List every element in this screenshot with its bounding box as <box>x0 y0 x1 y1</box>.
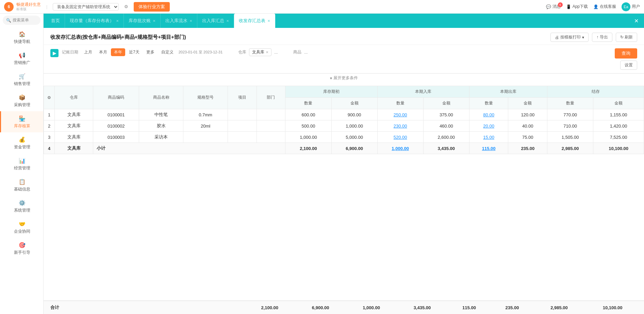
row-close-amt: 7,525.00 <box>593 132 644 143</box>
th-goods-code: 商品编码 <box>93 86 139 109</box>
message-btn[interactable]: 💬 消息 6 <box>546 4 561 10</box>
tab-inout-summary[interactable]: 出入库汇总 ✕ <box>197 14 234 28</box>
row-in-amt: 460.00 <box>423 120 469 132</box>
row-out-qty[interactable]: 15.00 <box>469 132 508 143</box>
date-range-text: 2023-01-01 至 2023-12-31 <box>179 50 223 55</box>
table-row: 1 文具库 0100001 中性笔 0.7mm 600.00 900.00 25… <box>44 109 644 120</box>
subtotal-close-qty: 2,985.00 <box>547 143 593 154</box>
settings-gear-icon[interactable]: ⚙ <box>121 2 131 12</box>
export-btn[interactable]: ↑ 导出 <box>592 33 612 42</box>
topbar-left: 6 畅捷通好生意 标准版 | 装备及固定资产辅助管理系统 ⚙ 体验行业方案 <box>4 2 170 12</box>
goods-more-btn[interactable]: ... <box>304 50 308 55</box>
tab-recv-send[interactable]: 收发存汇总表 ✕ <box>234 14 275 28</box>
subtotal-row: 4 文具库 小计 2,100.00 6,900.00 1,000.00 3,43… <box>44 143 644 154</box>
refresh-btn[interactable]: ↻ 刷新 <box>616 33 637 42</box>
print-icon: 🖨 <box>555 35 559 40</box>
sidebar-item-quick-nav[interactable]: 🏠 快捷导航 <box>0 27 43 48</box>
subtotal-warehouse: 文具库 <box>55 143 93 154</box>
total-label: 合计 <box>47 302 122 313</box>
subtotal-in-qty[interactable]: 1,000.00 <box>377 143 423 154</box>
sidebar: 🔍 搜索菜单 🏠 快捷导航 📢 营销推广 🛒 销售管理 📦 采购管理 🏪 库存核… <box>0 14 44 314</box>
date-btn-cur-month[interactable]: 本月 <box>96 48 110 56</box>
row-open-qty: 500.00 <box>285 120 331 132</box>
enterprise-icon: 🤝 <box>19 221 26 227</box>
online-service-btn[interactable]: 👤 在线客服 <box>593 4 616 10</box>
sidebar-item-finance[interactable]: 💰 资金管理 <box>0 132 43 153</box>
set-btn[interactable]: 设置 <box>620 61 637 70</box>
sidebar-item-label: 企业协同 <box>14 229 30 234</box>
user-btn[interactable]: Ea 用户 <box>622 2 640 11</box>
th-settings[interactable]: ⚙ <box>44 86 55 109</box>
tab-inventory-dist[interactable]: 现存量（库存分布表） ✕ <box>65 14 124 28</box>
sidebar-item-sales[interactable]: 🛒 销售管理 <box>0 69 43 90</box>
sidebar-item-purchase[interactable]: 📦 采购管理 <box>0 90 43 111</box>
download-icon: 📱 <box>566 4 571 9</box>
data-table: ⚙ 仓库 商品编码 商品名称 规格型号 项目 部门 库存期初 本期入库 本期出库… <box>44 86 644 154</box>
app-version: 标准版 <box>16 7 41 11</box>
operation-icon: 📊 <box>19 158 26 164</box>
sidebar-item-system[interactable]: ⚙️ 系统管理 <box>0 196 43 217</box>
total-close-amt: 10,100.00 <box>584 302 641 313</box>
sidebar-item-label: 营销推广 <box>14 60 30 66</box>
filter-toggle-btn[interactable]: ▶ <box>50 49 59 57</box>
date-btn-more[interactable]: 更多 <box>143 48 158 56</box>
date-btn-prev-month[interactable]: 上月 <box>81 48 95 56</box>
subtotal-out-qty[interactable]: 115.00 <box>469 143 508 154</box>
tab-inout-summary-close[interactable]: ✕ <box>226 19 229 23</box>
tab-inventory-dist-label: 现存量（库存分布表） <box>70 18 114 24</box>
th-out-qty: 数量 <box>469 98 508 109</box>
warehouse-more-btn[interactable]: ... <box>274 50 278 55</box>
warehouse-tag[interactable]: 文具库 ✕ <box>249 48 271 56</box>
tab-inout-flow-close[interactable]: ✕ <box>189 19 192 23</box>
table-row: 2 文具库 0100002 胶水 20ml 500.00 1,000.00 23… <box>44 120 644 132</box>
tab-inout-summary-label: 出入库汇总 <box>202 18 224 24</box>
tab-inout-flow[interactable]: 出入库流水 ✕ <box>161 14 197 28</box>
sidebar-item-label: 销售管理 <box>14 81 30 87</box>
tab-home[interactable]: 首页 <box>46 14 65 28</box>
th-goods-spec: 规格型号 <box>183 86 228 109</box>
row-out-qty[interactable]: 20.00 <box>469 120 508 132</box>
date-btn-cur-year[interactable]: 本年 <box>111 48 125 56</box>
sidebar-item-marketing[interactable]: 📢 营销推广 <box>0 48 43 69</box>
row-out-amt: 75.00 <box>508 132 547 143</box>
search-menu-btn[interactable]: 🔍 搜索菜单 <box>3 16 40 25</box>
trial-btn[interactable]: 体验行业方案 <box>134 2 170 12</box>
refresh-label: 刷新 <box>625 35 633 39</box>
row-in-qty[interactable]: 250.00 <box>377 109 423 120</box>
system-title-select[interactable]: 装备及固定资产辅助管理系统 <box>53 3 119 11</box>
search-menu-label: 搜索菜单 <box>13 17 29 23</box>
tab-batch-ledger-close[interactable]: ✕ <box>153 19 155 23</box>
sidebar-item-enterprise[interactable]: 🤝 企业协同 <box>0 217 43 238</box>
tab-batch-ledger[interactable]: 库存批次账 ✕ <box>124 14 161 28</box>
finance-icon: 💰 <box>19 136 26 143</box>
total-open-amt: 6,900.00 <box>295 302 346 313</box>
subtotal-no: 4 <box>44 143 55 154</box>
row-in-qty[interactable]: 230.00 <box>377 120 423 132</box>
app-download-btn[interactable]: 📱 App下载 <box>566 4 588 10</box>
date-btn-7days[interactable]: 近7天 <box>126 48 143 56</box>
tab-inventory-dist-close[interactable]: ✕ <box>116 19 119 23</box>
print-template-btn[interactable]: 🖨 按模板打印 ▾ <box>550 33 589 42</box>
inventory-icon: 🏪 <box>19 115 26 122</box>
date-btn-custom[interactable]: 自定义 <box>158 48 177 56</box>
row-open-amt: 900.00 <box>331 109 377 120</box>
total-open-qty: 2,100.00 <box>244 302 295 313</box>
sidebar-item-operation[interactable]: 📊 经营管理 <box>0 153 43 175</box>
export-label: 导出 <box>600 35 608 39</box>
tab-recv-send-close[interactable]: ✕ <box>267 19 270 23</box>
window-close-btn[interactable]: ✕ <box>631 18 641 24</box>
expand-more-bar[interactable]: ▾ 展开更多条件 <box>44 73 644 82</box>
sidebar-item-label: 采购管理 <box>14 102 30 108</box>
table-area: ⚙ 仓库 商品编码 商品名称 规格型号 项目 部门 库存期初 本期入库 本期出库… <box>44 82 644 300</box>
sidebar-item-newbie[interactable]: 🎯 新手引导 <box>0 238 43 259</box>
row-out-qty[interactable]: 80.00 <box>469 109 508 120</box>
sidebar-item-inventory[interactable]: 🏪 库存核算 <box>0 111 43 132</box>
warehouse-tag-close[interactable]: ✕ <box>266 50 268 54</box>
row-in-qty[interactable]: 520.00 <box>377 132 423 143</box>
query-btn[interactable]: 查询 <box>615 48 637 59</box>
tab-home-label: 首页 <box>51 18 60 24</box>
sidebar-item-basic-info[interactable]: 📋 基础信息 <box>0 175 43 196</box>
filter-row-1: 记账日期 上月 本月 本年 近7天 更多 自定义 2023-01-01 至 20… <box>62 48 611 56</box>
placeholder3 <box>176 302 203 313</box>
message-badge: 6 <box>558 2 563 7</box>
